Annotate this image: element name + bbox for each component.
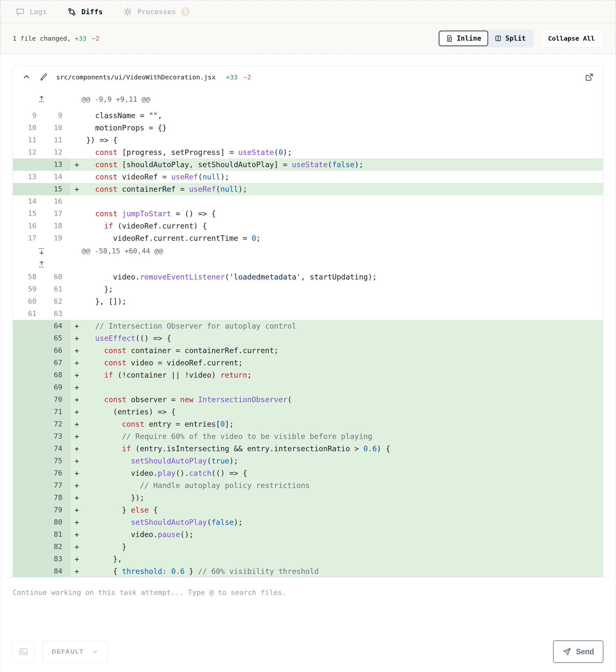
pencil-icon [39, 73, 48, 81]
diff-row-added: 69+ [13, 381, 603, 393]
add-marker [70, 271, 86, 283]
composer: Continue working on this task attempt...… [0, 577, 616, 672]
diff-row: 1719 videoRef.current.currentTime = 0; [13, 232, 603, 244]
add-marker [70, 122, 86, 134]
code-line: }, [86, 553, 122, 565]
diff-row-added: 79+ } else { [13, 504, 603, 516]
add-marker [70, 220, 86, 232]
expand-down-icon[interactable] [38, 247, 45, 255]
add-marker [70, 171, 86, 183]
code-line: className = "", [86, 109, 162, 122]
old-line-number: 17 [13, 232, 40, 244]
tab-logs[interactable]: Logs [16, 7, 47, 16]
old-line-number: 59 [13, 283, 40, 295]
add-marker: + [70, 369, 86, 381]
diff-row-added: 73+ // Require 60% of the video to be vi… [13, 430, 603, 443]
file-deletions: −2 [243, 73, 251, 81]
hunk-range: @@ -58,15 +60,44 @@ [70, 247, 163, 255]
split-columns-icon [495, 35, 502, 42]
new-line-number: 65 [40, 332, 70, 344]
new-line-number: 61 [40, 283, 70, 295]
code-line: } else { [86, 504, 158, 516]
tab-diffs[interactable]: Diffs [67, 7, 103, 16]
code-line: motionProps = {} [86, 122, 167, 134]
send-button[interactable]: Send [553, 640, 603, 663]
add-marker [70, 109, 86, 122]
new-line-number: 76 [40, 467, 70, 479]
code-line: useEffect(() => { [86, 332, 171, 344]
collapse-file-button[interactable] [23, 73, 30, 81]
add-marker [70, 195, 86, 208]
processes-count-badge: 3 [181, 7, 190, 16]
diff-row: 1618 if (videoRef.current) { [13, 220, 603, 232]
old-line-number [13, 492, 40, 504]
old-line-number: 14 [13, 195, 40, 208]
new-line-number: 68 [40, 369, 70, 381]
add-marker: + [70, 393, 86, 406]
diff-row: 1517 const jumpToStart = () => { [13, 208, 603, 220]
diff-row: 6163 [13, 308, 603, 320]
new-line-number: 17 [40, 208, 70, 220]
split-view-button[interactable]: Split [488, 31, 532, 46]
diff-row-added: 83+ }, [13, 553, 603, 565]
code-line: const containerRef = useRef(null); [86, 183, 247, 195]
new-line-number: 80 [40, 516, 70, 528]
diff-row-added: 82+ } [13, 541, 603, 553]
new-line-number: 79 [40, 504, 70, 516]
old-line-number: 60 [13, 295, 40, 308]
profile-select[interactable]: DEFAULT [42, 641, 108, 663]
tab-processes[interactable]: Processes 3 [123, 7, 190, 16]
old-line-number: 58 [13, 271, 40, 283]
send-icon [562, 647, 571, 656]
old-line-number [13, 443, 40, 455]
new-line-number: 9 [40, 109, 70, 122]
open-file-button[interactable] [585, 73, 593, 81]
old-line-number [13, 479, 40, 492]
code-line: }); [86, 492, 144, 504]
add-marker: + [70, 320, 86, 332]
code-line: const container = containerRef.current; [86, 344, 278, 357]
old-line-number [13, 430, 40, 443]
add-marker [70, 283, 86, 295]
old-line-number: 10 [13, 122, 40, 134]
old-line-number [13, 381, 40, 393]
code-line: video.pause(); [86, 528, 193, 541]
new-line-number: 67 [40, 357, 70, 369]
collapse-all-button[interactable]: Collapse All [539, 29, 604, 48]
file-path: src/components/ui/VideoWithDecoration.js… [56, 73, 216, 81]
add-marker: + [70, 541, 86, 553]
image-icon [18, 647, 29, 657]
composer-input[interactable]: Continue working on this task attempt...… [13, 588, 603, 596]
add-marker: + [70, 467, 86, 479]
diff-row-added: 81+ video.pause(); [13, 528, 603, 541]
old-line-number [13, 320, 40, 332]
old-line-number [13, 553, 40, 565]
diff-row-added: 68+ if (!container || !video) return; [13, 369, 603, 381]
old-line-number [13, 332, 40, 344]
attach-image-button[interactable] [13, 641, 35, 663]
top-panel: Logs Diffs Processes 3 1 file changed, +… [0, 0, 616, 54]
add-marker [70, 308, 86, 320]
old-line-number [13, 565, 40, 577]
add-marker: + [70, 504, 86, 516]
code-line: const [shouldAutoPlay, setShouldAutoPlay… [86, 158, 364, 171]
code-line: if (entry.isIntersecting && entry.inters… [86, 443, 390, 455]
profile-select-label: DEFAULT [52, 648, 84, 655]
inline-view-button[interactable]: Inline [439, 31, 488, 46]
add-marker: + [70, 443, 86, 455]
old-line-number: 9 [13, 109, 40, 122]
diff-row: 1212 const [progress, setProgress] = use… [13, 146, 603, 158]
tab-bar: Logs Diffs Processes 3 [1, 1, 615, 23]
add-marker: + [70, 344, 86, 357]
code-line: { threshold: 0.6 } // 60% visibility thr… [86, 565, 319, 577]
old-line-number [13, 467, 40, 479]
old-line-number [13, 344, 40, 357]
expand-up-icon[interactable] [38, 260, 45, 269]
tab-diffs-label: Diffs [81, 8, 103, 16]
diff-file-card: src/components/ui/VideoWithDecoration.js… [13, 65, 603, 577]
add-marker: + [70, 357, 86, 369]
code-line: videoRef.current.currentTime = 0; [86, 232, 261, 244]
external-link-icon [585, 73, 593, 81]
expand-up-icon[interactable] [38, 95, 45, 103]
diff-row-added: 77+ // Handle autoplay policy restrictio… [13, 479, 603, 492]
